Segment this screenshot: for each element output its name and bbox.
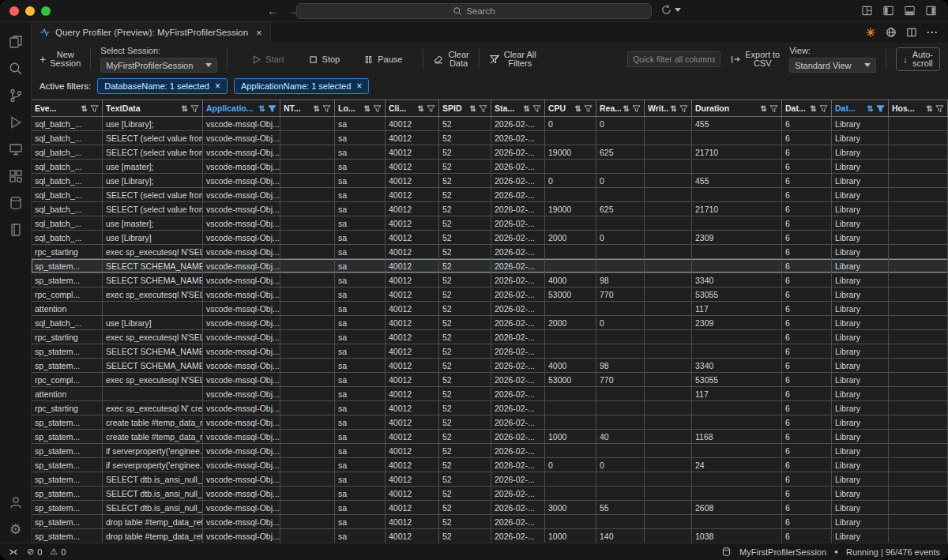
sort-icon[interactable]: ⇅ — [259, 104, 265, 113]
customize-layout-icon[interactable] — [861, 5, 873, 17]
column-header[interactable]: Writ...⇅ — [645, 100, 692, 116]
table-row[interactable]: sql_batch_...SELECT (select value from .… — [32, 202, 948, 216]
source-control-icon[interactable] — [0, 82, 32, 109]
column-header[interactable]: Duration⇅ — [692, 100, 782, 116]
sort-icon[interactable]: ⇅ — [811, 104, 817, 113]
new-session-button[interactable]: + New Session — [40, 51, 81, 68]
column-header[interactable]: Applicatio...⇅ — [203, 100, 280, 116]
column-header[interactable]: SPID⇅ — [439, 100, 491, 116]
table-row[interactable]: rpc_compl...exec sp_executesql N'SEL...v… — [32, 373, 948, 387]
table-row[interactable]: sp_statem...SELECT SCHEMA_NAME(t...vscod… — [32, 259, 948, 273]
table-row[interactable]: sql_batch_...SELECT (select value from .… — [32, 145, 948, 160]
filter-icon[interactable] — [427, 104, 435, 113]
column-header[interactable]: Dat...⇅ — [832, 100, 889, 116]
table-row[interactable]: sp_statem...create table #temp_data_r...… — [32, 430, 948, 444]
chip-close-icon[interactable]: × — [215, 81, 220, 92]
status-session-name[interactable]: MyFirstProfilerSession — [739, 547, 826, 557]
split-editor-icon[interactable] — [906, 27, 917, 38]
table-row[interactable]: sp_statem...SELECT SCHEMA_NAME(t...vscod… — [32, 344, 948, 359]
globe-icon[interactable] — [886, 27, 897, 38]
sync-control[interactable] — [660, 4, 681, 16]
sort-icon[interactable]: ⇅ — [182, 104, 188, 113]
column-header[interactable]: Hos...⇅ — [889, 100, 948, 116]
table-row[interactable]: sp_statem...SELECT SCHEMA_NAME(t...vscod… — [32, 359, 948, 373]
column-header[interactable]: Cli...⇅ — [386, 100, 439, 116]
filter-icon[interactable] — [268, 104, 276, 113]
column-header[interactable]: CPU⇅ — [545, 100, 596, 116]
notebook-icon[interactable] — [0, 216, 32, 243]
explorer-icon[interactable] — [0, 28, 32, 55]
status-running-text[interactable]: Running | 96/476 events — [846, 547, 940, 557]
table-row[interactable]: sql_batch_...use [master];vscode-mssql-O… — [32, 216, 948, 231]
table-row[interactable]: sp_statem...drop table #temp_data_ret...… — [32, 529, 948, 543]
table-row[interactable]: sp_statem...create table #temp_data_r...… — [32, 415, 948, 430]
minimize-window-button[interactable] — [25, 6, 35, 16]
column-header[interactable]: Eve...⇅ — [32, 100, 103, 116]
remote-indicator-icon[interactable] — [8, 547, 19, 558]
filter-chip[interactable]: DatabaseName: 1 selected× — [97, 78, 228, 94]
export-csv-button[interactable]: Export to CSV — [730, 51, 780, 68]
column-header[interactable]: Sta...⇅ — [491, 100, 545, 116]
sort-icon[interactable]: ⇅ — [524, 104, 530, 113]
sort-icon[interactable]: ⇅ — [761, 104, 767, 113]
stop-button[interactable]: Stop — [308, 54, 340, 65]
filter-icon[interactable] — [532, 104, 541, 113]
tab-close-icon[interactable]: × — [256, 27, 262, 39]
toggle-secondary-sidebar-icon[interactable] — [925, 5, 937, 17]
table-row[interactable]: sql_batch_...SELECT (select value from .… — [32, 188, 948, 202]
settings-gear-icon[interactable]: ⚙ — [0, 516, 32, 543]
pause-button[interactable]: Pause — [363, 54, 402, 65]
quick-filter-input[interactable] — [627, 51, 720, 67]
filter-icon[interactable] — [90, 104, 99, 113]
filter-icon[interactable] — [322, 104, 331, 113]
table-row[interactable]: attentionvscode-mssql-Obj...sa4001252202… — [32, 387, 948, 401]
zoom-window-button[interactable] — [41, 6, 51, 16]
column-header[interactable]: TextData⇅ — [103, 100, 203, 116]
database-icon[interactable] — [0, 190, 32, 216]
problems-errors[interactable]: ⊘ 0 — [27, 547, 42, 557]
table-row[interactable]: rpc_startingexec sp_executesql N'SEL...v… — [32, 330, 948, 344]
filter-icon[interactable] — [584, 104, 592, 113]
auto-scroll-button[interactable]: ↓ Auto- scroll — [896, 47, 940, 71]
start-button[interactable]: Start — [251, 54, 284, 65]
search-sidebar-icon[interactable] — [0, 55, 32, 82]
session-select[interactable]: MyFirstProfilerSession — [100, 58, 217, 73]
chip-close-icon[interactable]: × — [356, 81, 362, 92]
table-row[interactable]: sp_statem...SELECT dtb.is_ansi_null_d...… — [32, 487, 948, 501]
filter-icon[interactable] — [769, 104, 778, 113]
account-icon[interactable] — [0, 489, 32, 516]
table-row[interactable]: sp_statem...if serverproperty('enginee..… — [32, 444, 948, 458]
filter-icon[interactable] — [876, 104, 885, 113]
table-row[interactable]: sp_statem...drop table #temp_data_ret...… — [32, 515, 948, 529]
sort-icon[interactable]: ⇅ — [671, 104, 677, 113]
column-header[interactable]: Lo...⇅ — [335, 100, 386, 116]
sort-icon[interactable]: ⇅ — [314, 104, 320, 113]
filter-icon[interactable] — [190, 104, 199, 113]
back-button[interactable]: ← — [267, 5, 278, 17]
sort-icon[interactable]: ⇅ — [927, 104, 933, 113]
remote-explorer-icon[interactable] — [0, 136, 32, 163]
sort-icon[interactable]: ⇅ — [867, 104, 874, 113]
column-header[interactable]: Dat...⇅ — [782, 100, 832, 116]
table-row[interactable]: sql_batch_...use [Library]vscode-mssql-O… — [32, 231, 948, 245]
filter-icon[interactable] — [632, 104, 641, 113]
table-row[interactable]: sql_batch_...use [Library];vscode-mssql-… — [32, 117, 948, 131]
table-row[interactable]: sql_batch_...use [master];vscode-mssql-O… — [32, 160, 948, 174]
table-row[interactable]: sp_statem...SELECT SCHEMA_NAME(t...vscod… — [32, 273, 948, 288]
column-header[interactable]: NT...⇅ — [280, 100, 335, 116]
table-row[interactable]: sql_batch_...use [Library];vscode-mssql-… — [32, 174, 948, 188]
filter-icon[interactable] — [479, 104, 487, 113]
column-header[interactable]: Rea...⇅ — [596, 100, 645, 116]
filter-icon[interactable] — [373, 104, 382, 113]
filter-icon[interactable] — [679, 104, 688, 113]
table-row[interactable]: sql_batch_...SELECT (select value from .… — [32, 131, 948, 145]
table-row[interactable]: sp_statem...if serverproperty('enginee..… — [32, 458, 948, 472]
table-row[interactable]: sp_statem...SELECT dtb.is_ansi_null_d...… — [32, 472, 948, 487]
filter-icon[interactable] — [819, 104, 828, 113]
toggle-panel-icon[interactable] — [904, 5, 916, 17]
record-icon[interactable] — [865, 27, 876, 38]
table-row[interactable]: rpc_compl...exec sp_executesql N'SEL...v… — [32, 288, 948, 302]
sort-icon[interactable]: ⇅ — [364, 104, 371, 113]
profiler-table-body[interactable]: sql_batch_...use [Library];vscode-mssql-… — [32, 117, 948, 543]
clear-data-button[interactable]: Clear Data — [433, 51, 468, 68]
